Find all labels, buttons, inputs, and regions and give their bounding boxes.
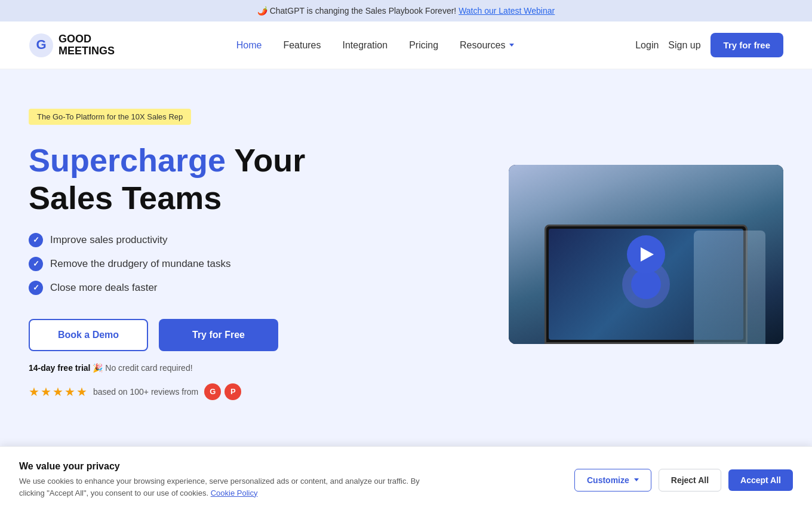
banner-webinar-link[interactable]: Watch our Latest Webinar bbox=[459, 6, 555, 16]
hero-left: The Go-To Platform for the 10X Sales Rep… bbox=[29, 109, 375, 400]
g2-badge: G bbox=[204, 383, 221, 400]
hero-badge: The Go-To Platform for the 10X Sales Rep bbox=[29, 109, 191, 125]
logo-icon: G bbox=[29, 33, 54, 58]
hero-title: Supercharge YourSales Teams bbox=[29, 142, 375, 216]
feature-item-2: Remove the drudgery of mundane tasks bbox=[29, 257, 375, 271]
nav-item-pricing[interactable]: Pricing bbox=[409, 40, 438, 51]
nav-item-integration[interactable]: Integration bbox=[343, 40, 388, 51]
try-free-hero-button[interactable]: Try for Free bbox=[159, 319, 278, 351]
star-2: ★ bbox=[41, 385, 51, 399]
top-banner: 🌶️ ChatGPT is changing the Sales Playboo… bbox=[0, 0, 812, 21]
star-1: ★ bbox=[29, 385, 39, 399]
stars: ★ ★ ★ ★ ★ bbox=[29, 385, 87, 399]
banner-emoji: 🌶️ bbox=[257, 6, 267, 16]
video-container[interactable] bbox=[509, 165, 783, 344]
nav-link-home[interactable]: Home bbox=[236, 40, 262, 50]
hero-right bbox=[509, 165, 783, 344]
hero-section: The Go-To Platform for the 10X Sales Rep… bbox=[0, 69, 812, 451]
nav-link-features[interactable]: Features bbox=[283, 40, 321, 50]
feature-text-2: Remove the drudgery of mundane tasks bbox=[50, 258, 230, 270]
nav-link-resources[interactable]: Resources bbox=[460, 40, 513, 51]
nav-item-home[interactable]: Home bbox=[236, 40, 262, 51]
nav-item-features[interactable]: Features bbox=[283, 40, 321, 51]
play-icon bbox=[641, 247, 654, 262]
nav-link-pricing[interactable]: Pricing bbox=[409, 40, 438, 50]
feature-item-1: Improve sales productivity bbox=[29, 233, 375, 247]
star-4: ★ bbox=[64, 385, 75, 399]
check-icon-1 bbox=[29, 233, 43, 247]
trial-info: 14-day free trial 🎉 No credit card requi… bbox=[29, 363, 375, 373]
nav-links: Home Features Integration Pricing Resour… bbox=[236, 40, 514, 51]
star-5: ★ bbox=[76, 385, 87, 399]
feature-item-3: Close more deals faster bbox=[29, 281, 375, 295]
hero-title-highlight: Supercharge bbox=[29, 142, 226, 178]
feature-text-1: Improve sales productivity bbox=[50, 234, 168, 246]
trial-text: No credit card required! bbox=[105, 363, 192, 373]
login-button[interactable]: Login bbox=[635, 40, 659, 51]
banner-text: ChatGPT is changing the Sales Playbook F… bbox=[270, 6, 457, 16]
product-hunt-badge: P bbox=[224, 383, 241, 400]
check-icon-3 bbox=[29, 281, 43, 295]
feature-text-3: Close more deals faster bbox=[50, 282, 158, 294]
nav-actions: Login Sign up Try for free bbox=[635, 33, 783, 57]
review-badges: G P bbox=[204, 383, 241, 400]
reviews-text: based on 100+ reviews from bbox=[93, 387, 198, 397]
signup-button[interactable]: Sign up bbox=[668, 40, 700, 51]
reviews-row: ★ ★ ★ ★ ★ based on 100+ reviews from G P bbox=[29, 383, 375, 400]
logo-text: GOOD MEETINGS bbox=[59, 33, 115, 57]
play-button[interactable] bbox=[627, 235, 665, 274]
nav-item-resources[interactable]: Resources bbox=[460, 40, 513, 51]
logo[interactable]: G GOOD MEETINGS bbox=[29, 33, 115, 58]
nav-try-free-button[interactable]: Try for free bbox=[710, 33, 783, 57]
nav-link-integration[interactable]: Integration bbox=[343, 40, 388, 50]
cta-buttons: Book a Demo Try for Free bbox=[29, 319, 375, 351]
svg-text:G: G bbox=[36, 37, 46, 52]
navbar: G GOOD MEETINGS Home Features Integratio… bbox=[0, 21, 812, 69]
feature-list: Improve sales productivity Remove the dr… bbox=[29, 233, 375, 295]
trial-text-bold: 14-day free trial 🎉 bbox=[29, 363, 103, 373]
cookie-banner: We value your privacy We use cookies to … bbox=[0, 446, 812, 451]
resources-chevron-icon bbox=[509, 44, 514, 47]
book-demo-button[interactable]: Book a Demo bbox=[29, 319, 148, 351]
star-3: ★ bbox=[53, 385, 63, 399]
check-icon-2 bbox=[29, 257, 43, 271]
